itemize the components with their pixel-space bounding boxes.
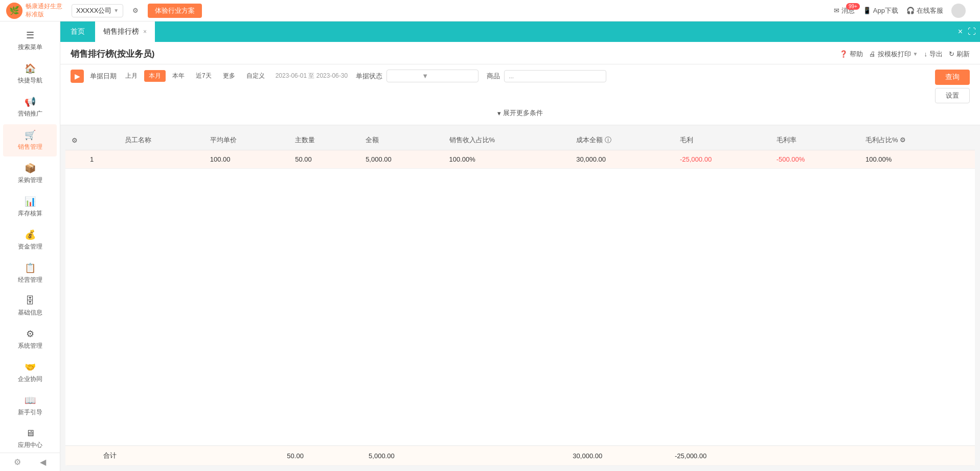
settings-icon[interactable]: ⚙ [128,4,143,18]
col-settings: ⚙ [65,130,84,150]
settings-button[interactable]: 设置 [935,88,970,103]
purchase-icon: 📦 [25,163,36,174]
date-btn-last-month[interactable]: 上月 [121,70,142,82]
page-content: 销售排行榜(按业务员) ❓ 帮助 🖨 按模板打印 ▼ ↓ 导出 [60,42,980,471]
row-rank-cell: 1 [84,150,119,169]
tab-close-all-icon[interactable]: × [958,27,963,36]
query-button[interactable]: 查询 [935,70,970,85]
row-avg-price-cell: 100.00 [204,150,289,169]
sidebar-item-basic-label: 基础信息 [18,308,42,317]
goods-filter: 商品 ... [487,70,606,82]
footer-gross-pct-cell [873,446,975,466]
footer-label-cell: 合计 [97,446,199,466]
sidebar-item-collab-label: 企业协同 [18,375,42,384]
search-menu-icon: ☰ [26,30,34,41]
sidebar-item-purchase[interactable]: 📦 采购管理 [3,158,57,190]
filter-fields: 单据日期 上月 本月 本年 近7天 更多 自定义 2023-06-01 至 20… [90,70,935,82]
table-wrapper: ⚙ 员工名称 平均单价 主数量 全额 销售收入占比% 成本全额 ⓘ 毛利 毛利率 [65,130,975,466]
status-select[interactable]: ▼ [386,70,478,82]
tab-expand-icon[interactable]: ⛶ [968,27,976,36]
messages-button[interactable]: ✉ 消息 99+ [834,6,855,15]
export-icon: ↓ [924,50,928,58]
app-download-label: App下载 [873,6,898,15]
date-btn-7days[interactable]: 近7天 [191,70,216,82]
col-sales-pct: 销售收入占比% [443,130,571,150]
app-download-button[interactable]: 📱 App下载 [863,6,898,15]
help-label: 帮助 [850,50,863,59]
footer-sales-pct-cell [465,446,567,466]
col-qty: 主数量 [289,130,359,150]
col-amount: 全额 [359,130,443,150]
date-options: 上月 本月 本年 近7天 更多 自定义 [121,70,269,82]
help-button[interactable]: ❓ 帮助 [839,50,863,59]
export-button[interactable]: ↓ 导出 [924,50,943,59]
tab-home[interactable]: 首页 [60,21,95,42]
home-icon: 🏠 [25,63,36,74]
print-button[interactable]: 🖨 按模板打印 ▼ [869,50,918,59]
inventory-icon: 📊 [25,196,36,207]
avatar[interactable] [951,4,966,18]
marketing-icon: 📢 [25,96,36,107]
help-icon: ❓ [839,50,848,58]
sidebar-item-management[interactable]: 📋 经营管理 [3,257,57,289]
date-btn-this-year[interactable]: 本年 [168,70,189,82]
tab-sales-ranking[interactable]: 销售排行榜 × [95,21,155,42]
headset-icon: 🎧 [906,7,915,14]
messages-badge: 99+ [846,3,860,10]
sidebar-item-search[interactable]: ☰ 搜索菜单 [3,25,57,57]
logo-text: 畅康通好生意 标准版 [26,3,62,18]
sidebar-collapse-icon[interactable]: ◀ [40,457,46,467]
service-label: 在线客服 [917,6,943,15]
tab-bar-right: × ⛶ [958,27,980,36]
refresh-icon: ↻ [949,50,954,58]
data-table: ⚙ 员工名称 平均单价 主数量 全额 销售收入占比% 成本全额 ⓘ 毛利 毛利率 [65,130,975,169]
sidebar-bottom: ⚙ ◀ [0,453,60,471]
row-amount-cell: 5,000.00 [359,150,443,169]
sidebar-item-finance[interactable]: 💰 资金管理 [3,224,57,256]
management-icon: 📋 [25,262,36,274]
row-gross-pct-cell: 100.00% [859,150,975,169]
filter-toggle-button[interactable]: ▶ [71,70,84,83]
expand-label: 展开更多条件 [503,108,543,118]
goods-input[interactable]: ... [504,70,606,82]
sidebar-item-basic[interactable]: 🗄 基础信息 [3,290,57,322]
row-cost-cell: 30,000.00 [570,150,674,169]
page-actions: ❓ 帮助 🖨 按模板打印 ▼ ↓ 导出 ↻ 刷新 [839,50,970,59]
system-icon: ⚙ [26,328,34,340]
sidebar-item-appcenter[interactable]: 🖥 应用中心 [3,423,57,453]
sidebar-item-collab[interactable]: 🤝 企业协同 [3,356,57,389]
guide-icon: 📖 [25,395,36,406]
page-title: 销售排行榜(按业务员) [71,48,154,60]
refresh-button[interactable]: ↻ 刷新 [949,50,970,59]
col-rank [84,130,119,150]
trial-button[interactable]: 体验行业方案 [148,4,202,18]
date-btn-this-month[interactable]: 本月 [144,70,166,82]
sidebar-item-quicknav[interactable]: 🏠 快捷导航 [3,58,57,90]
expand-conditions-button[interactable]: ▾ 展开更多条件 [71,106,970,120]
table-scroll[interactable]: ⚙ 员工名称 平均单价 主数量 全额 销售收入占比% 成本全额 ⓘ 毛利 毛利率 [65,130,975,445]
sidebar-item-guide[interactable]: 📖 新手引导 [3,390,57,422]
sidebar-item-sales[interactable]: 🛒 销售管理 [3,124,57,156]
date-range-display: 2023-06-01 至 2023-06-30 [276,72,348,80]
sidebar-item-marketing[interactable]: 📢 营销推广 [3,91,57,123]
date-btn-more[interactable]: 更多 [218,70,240,82]
sidebar-settings-icon[interactable]: ⚙ [14,457,21,467]
sidebar-item-sales-label: 销售管理 [18,143,42,151]
footer-qty-cell: 50.00 [281,446,362,466]
row-gross-rate-cell: -500.00% [770,150,859,169]
status-filter: 单据状态 ▼ [356,70,478,82]
sidebar-nav: ☰ 搜索菜单 🏠 快捷导航 📢 营销推广 🛒 销售管理 📦 采购管理 📊 [0,21,60,453]
sidebar-item-quicknav-label: 快捷导航 [18,76,42,85]
tab-close-icon[interactable]: × [143,28,147,35]
filter-area: ▶ 单据日期 上月 本月 本年 近7天 更多 [60,64,980,125]
online-service-button[interactable]: 🎧 在线客服 [906,6,943,15]
sidebar-item-inventory[interactable]: 📊 库存核算 [3,191,57,223]
date-btn-custom[interactable]: 自定义 [242,70,269,82]
query-col: 查询 设置 [935,70,970,103]
row-gross-cell: -25,000.00 [674,150,770,169]
sidebar-item-system[interactable]: ⚙ 系统管理 [3,323,57,355]
status-filter-label: 单据状态 [356,72,382,81]
footer-rank-cell [82,446,97,466]
sidebar-item-finance-label: 资金管理 [18,242,42,251]
company-selector[interactable]: XXXXX公司 ▼ [72,4,123,17]
